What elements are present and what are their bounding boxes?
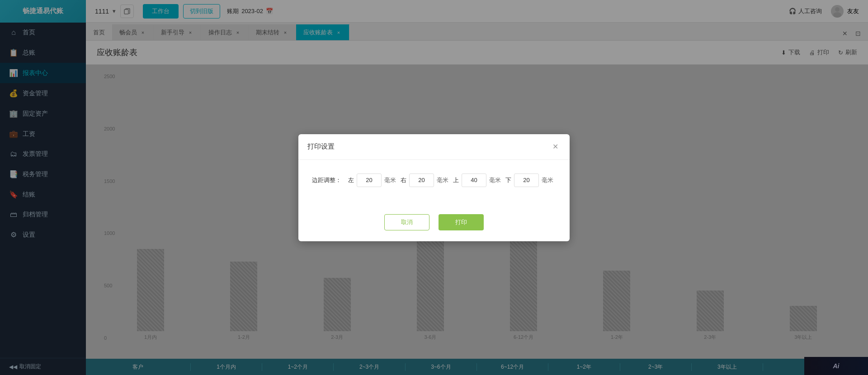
right-margin-input[interactable] xyxy=(409,173,434,187)
modal-body: 边距调整： 左 毫米 右 毫米 上 毫米 下 xyxy=(298,160,570,210)
modal-footer: 取消 打印 xyxy=(298,210,570,241)
bottom-unit: 毫米 xyxy=(542,176,553,184)
modal-overlay: 打印设置 ✕ 边距调整： 左 毫米 右 毫米 上 毫米 xyxy=(0,0,868,375)
margin-top-group: 上 毫米 xyxy=(453,173,501,187)
margin-row: 边距调整： 左 毫米 右 毫米 上 毫米 下 xyxy=(312,173,556,187)
cancel-button[interactable]: 取消 xyxy=(384,214,429,230)
bottom-margin-input[interactable] xyxy=(514,173,539,187)
modal-header: 打印设置 ✕ xyxy=(298,134,570,160)
left-margin-input[interactable] xyxy=(357,173,382,187)
bottom-label: 下 xyxy=(505,176,511,184)
right-label: 右 xyxy=(401,176,406,184)
top-margin-input[interactable] xyxy=(462,173,486,187)
modal-title: 打印设置 xyxy=(307,142,335,151)
print-settings-modal: 打印设置 ✕ 边距调整： 左 毫米 右 毫米 上 毫米 xyxy=(298,134,570,241)
margin-left-group: 左 毫米 xyxy=(348,173,396,187)
margin-right-group: 右 毫米 xyxy=(401,173,448,187)
left-label: 左 xyxy=(348,176,354,184)
margin-label: 边距调整： xyxy=(312,176,341,184)
top-label: 上 xyxy=(453,176,459,184)
confirm-print-button[interactable]: 打印 xyxy=(439,214,484,230)
left-unit: 毫米 xyxy=(384,176,396,184)
top-unit: 毫米 xyxy=(489,176,501,184)
margin-bottom-group: 下 毫米 xyxy=(505,173,553,187)
modal-close-button[interactable]: ✕ xyxy=(550,141,561,152)
right-unit: 毫米 xyxy=(437,176,448,184)
